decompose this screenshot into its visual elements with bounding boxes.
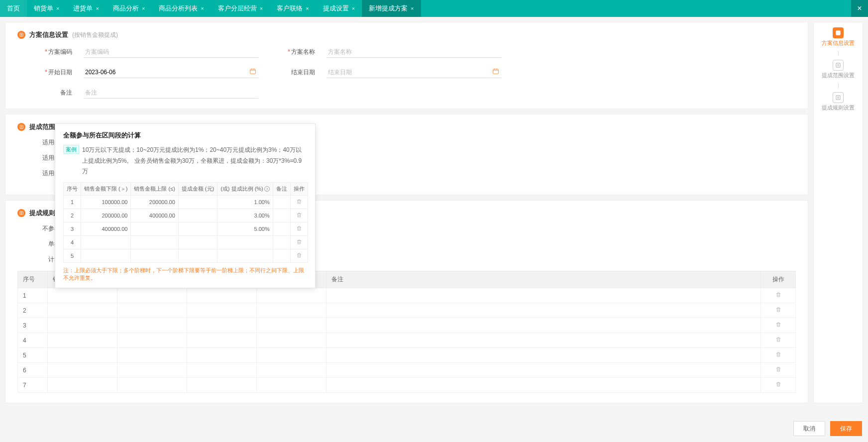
anchor-item-2[interactable]: 提成规则设置 (822, 92, 855, 111)
cell-remark[interactable] (326, 363, 761, 378)
tab-8[interactable]: 新增提成方案× (362, 0, 421, 17)
cell-rate[interactable] (257, 318, 326, 333)
table-row[interactable]: 6 (18, 363, 796, 378)
tab-3[interactable]: 商品分析× (106, 0, 152, 17)
svg-rect-7 (836, 96, 840, 100)
delete-icon[interactable] (775, 336, 781, 343)
close-icon[interactable]: × (96, 5, 99, 11)
cell-amount[interactable] (187, 303, 257, 318)
tab-7[interactable]: 提成设置× (316, 0, 362, 17)
cell-lower[interactable] (48, 303, 117, 318)
cell-upper[interactable] (117, 348, 187, 363)
delete-icon[interactable] (296, 238, 302, 245)
cell-remark (273, 195, 290, 209)
cell-upper[interactable] (117, 363, 187, 378)
tabs-close-all[interactable]: × (851, 0, 868, 17)
plan-name-label: *方案名称 (270, 48, 315, 56)
cell-amount[interactable] (187, 333, 257, 348)
cell-upper[interactable] (117, 303, 187, 318)
cell-remark[interactable] (326, 318, 761, 333)
tab-4[interactable]: 商品分析列表× (152, 0, 211, 17)
cell-op (290, 209, 308, 222)
anchor-item-0[interactable]: 方案信息设置 (822, 27, 855, 47)
delete-icon[interactable] (775, 366, 781, 373)
plan-name-input[interactable] (327, 46, 501, 58)
close-icon[interactable]: × (56, 5, 59, 11)
delete-icon[interactable] (775, 351, 781, 358)
cell-upper[interactable] (117, 318, 187, 333)
info-icon[interactable]: ? (264, 186, 270, 192)
close-icon[interactable]: × (306, 5, 309, 11)
cell-upper (131, 235, 178, 249)
anchor-icon (833, 92, 844, 103)
cell-amount[interactable] (187, 318, 257, 333)
cell-lower[interactable] (48, 378, 117, 393)
cell-rate[interactable] (257, 363, 326, 378)
tab-1[interactable]: 销货单× (27, 0, 66, 17)
delete-icon[interactable] (775, 306, 781, 313)
close-icon[interactable]: × (201, 5, 204, 11)
cell-remark[interactable] (326, 378, 761, 393)
cell-rate[interactable] (257, 288, 326, 303)
start-date-input[interactable] (84, 67, 258, 78)
cell-rate[interactable] (257, 378, 326, 393)
example-badge: 案例 (63, 145, 79, 154)
tab-5[interactable]: 客户分层经营× (211, 0, 270, 17)
cell-amount (178, 209, 217, 222)
cell-upper[interactable] (117, 333, 187, 348)
cell-lower[interactable] (48, 288, 117, 303)
close-icon[interactable]: × (260, 5, 263, 11)
cell-idx: 1 (18, 288, 48, 303)
cell-remark[interactable] (326, 348, 761, 363)
cell-remark[interactable] (326, 333, 761, 348)
cell-amount[interactable] (187, 288, 257, 303)
close-icon[interactable]: × (142, 5, 145, 11)
remark-input[interactable] (84, 87, 258, 99)
cell-lower[interactable] (48, 363, 117, 378)
cell-idx: 3 (18, 318, 48, 333)
table-row[interactable]: 1 (18, 288, 796, 303)
delete-icon[interactable] (296, 252, 302, 259)
table-row[interactable]: 2 (18, 303, 796, 318)
cell-amount[interactable] (187, 348, 257, 363)
cell-remark[interactable] (326, 288, 761, 303)
table-row[interactable]: 7 (18, 378, 796, 393)
tab-2[interactable]: 进货单× (66, 0, 106, 17)
tab-label: 客户联络 (277, 4, 303, 13)
tab-6[interactable]: 客户联络× (270, 0, 316, 17)
cell-lower[interactable] (48, 318, 117, 333)
plan-code-input[interactable] (84, 46, 258, 58)
cell-lower[interactable] (48, 333, 117, 348)
table-row[interactable]: 4 (18, 333, 796, 348)
delete-icon[interactable] (296, 212, 302, 219)
cell-upper[interactable] (117, 288, 187, 303)
delete-icon[interactable] (296, 198, 302, 205)
cell-remark (273, 222, 290, 235)
delete-icon[interactable] (775, 321, 781, 328)
cell-upper[interactable] (117, 378, 187, 393)
popover-note: 注：上限必须大于下限；多个阶梯时，下一个阶梯下限要等于前一阶梯上限；不同行之间下… (63, 267, 307, 282)
delete-icon[interactable] (775, 291, 781, 298)
cell-remark[interactable] (326, 303, 761, 318)
end-date-label: 结束日期 (270, 68, 315, 77)
cell-amount[interactable] (187, 378, 257, 393)
p-th-remark: 备注 (273, 182, 290, 195)
tab-0[interactable]: 首页 (0, 0, 27, 17)
cell-amount[interactable] (187, 363, 257, 378)
svg-rect-5 (836, 31, 840, 35)
delete-icon[interactable] (775, 381, 781, 388)
close-icon[interactable]: × (352, 5, 355, 11)
close-icon[interactable]: × (411, 5, 414, 11)
anchor-label: 提成规则设置 (822, 104, 855, 111)
cell-lower[interactable] (48, 348, 117, 363)
delete-icon[interactable] (296, 225, 302, 232)
cell-rate[interactable] (257, 303, 326, 318)
anchor-item-1[interactable]: 提成范围设置 (822, 60, 855, 79)
cell-amount (178, 222, 217, 235)
end-date-input[interactable] (327, 67, 501, 78)
table-row[interactable]: 5 (18, 348, 796, 363)
tab-label: 新增提成方案 (369, 4, 408, 13)
cell-rate[interactable] (257, 333, 326, 348)
cell-rate[interactable] (257, 348, 326, 363)
table-row[interactable]: 3 (18, 318, 796, 333)
